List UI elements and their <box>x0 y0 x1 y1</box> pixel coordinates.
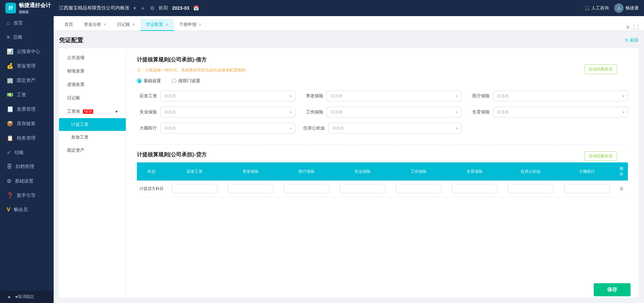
td-pension-input[interactable] <box>222 181 278 197</box>
sidebar-item-capital[interactable]: 💰 资金管理 <box>0 59 54 73</box>
maternity-select[interactable]: 请选择 ▾ <box>493 107 628 117</box>
tab-capital-analysis[interactable]: 资金分析 ✕ <box>78 19 112 31</box>
housing-fund-select[interactable]: 请选择 ▾ <box>328 123 462 134</box>
table-row: 计提贷方科目 🗑 <box>137 181 628 197</box>
sidebar-item-fixed-assets[interactable]: 🏢 固定资产 <box>0 73 54 88</box>
close-window-icon[interactable]: ✕ <box>626 24 630 31</box>
left-menu-sales-invoice[interactable]: 销项发票 <box>59 64 126 78</box>
debit-auto-match-button[interactable]: 自动匹配科目 <box>584 64 617 74</box>
housing-fund-select-placeholder: 请选择 <box>332 125 344 131</box>
td-large-medical-input[interactable] <box>559 181 615 197</box>
sidebar-item-settlement[interactable]: ✓ 结账 <box>0 145 54 160</box>
salary-label: 应发工资 <box>137 93 157 99</box>
tab-journal-close[interactable]: ✕ <box>132 22 135 27</box>
dropdown-icon[interactable]: ▾ <box>133 5 136 11</box>
tab-journal[interactable]: 日记账 ✕ <box>112 19 141 31</box>
housing-table-input[interactable] <box>508 184 553 193</box>
sidebar-item-ledger[interactable]: ≡ 总账 <box>0 30 54 44</box>
user-info[interactable]: 人 畅捷通 <box>614 3 639 13</box>
radio-basic[interactable]: 基础设置 <box>137 78 161 84</box>
sidebar-item-tax[interactable]: 📋 税务管理 <box>0 131 54 145</box>
sidebar-label-invoice-mgmt: 发票管理 <box>17 106 36 112</box>
tab-voucher-config[interactable]: 凭证配置 ✕ <box>141 19 174 31</box>
tab-capital-analysis-close[interactable]: ✕ <box>103 22 106 27</box>
left-menu-purchase-invoice[interactable]: 进项发票 <box>59 78 126 91</box>
save-button[interactable]: 保存 <box>594 283 631 296</box>
left-menu: 公共选项 销项发票 进项发票 日记账 工资表 NEW <box>59 48 126 298</box>
sidebar-item-home[interactable]: ⌂ 首页 <box>0 16 54 30</box>
credit-section-title: 计提核算规则(公司承担)-贷方 <box>137 151 628 158</box>
invoice-mgmt-icon: 🧾 <box>7 106 13 112</box>
topbar-center: 江西服宝精品有限责任公司内账张 ▾ ＋ ⚙ 账期 2023-03 📅 <box>59 4 585 12</box>
app-name: 畅捷通好会计 <box>19 2 51 8</box>
cancel-pin-button[interactable]: ◄ ◄取消固定 <box>0 291 54 303</box>
radio-group: 基础设置 按部门设置 <box>137 78 628 84</box>
left-menu-public[interactable]: 公共选项 <box>59 51 126 64</box>
form-item-large-medical: 大额医疗 请选择 ▾ <box>137 123 295 134</box>
sidebar-label-fixed-assets: 固定资产 <box>17 78 36 84</box>
left-menu-salary-accrual[interactable]: 计提工资 <box>59 118 126 131</box>
left-menu-salary-table[interactable]: 工资表 NEW ▾ <box>59 105 126 118</box>
td-maternity-input[interactable] <box>447 181 503 197</box>
sidebar-item-reports[interactable]: 📊 云报表中心 <box>0 44 54 59</box>
td-salary-input[interactable] <box>166 181 222 197</box>
large-medical-table-input[interactable] <box>564 184 610 193</box>
left-menu-salary-pay[interactable]: 发放工资 <box>59 131 126 144</box>
td-delete[interactable]: 🗑 <box>615 181 628 197</box>
maximize-window-icon[interactable]: ⛶ <box>633 24 639 31</box>
left-menu-journal[interactable]: 日记账 <box>59 91 126 105</box>
work-injury-select-placeholder: 请选择 <box>330 109 342 115</box>
radio-dept-circle <box>172 79 176 83</box>
pension-select-placeholder: 请选择 <box>330 93 342 99</box>
sidebar-item-invoice-mgmt[interactable]: 🧾 发票管理 <box>0 102 54 116</box>
sidebar-label-inventory: 库存核算 <box>17 121 36 127</box>
sidebar-item-guide[interactable]: ❓ 新手引导 <box>0 188 54 203</box>
td-housing-input[interactable] <box>503 181 559 197</box>
tab-tax-report[interactable]: 个税申报 ✕ <box>174 19 207 31</box>
sidebar-item-inventory[interactable]: 📦 库存核算 <box>0 116 54 131</box>
medical-select[interactable]: 请选择 ▾ <box>493 91 628 101</box>
salary-table-input[interactable] <box>172 184 217 193</box>
salary-select[interactable]: 请选择 ▾ <box>160 91 295 101</box>
refresh-icon: ↻ <box>625 38 629 43</box>
work-injury-label: 工伤保险 <box>303 109 323 115</box>
sidebar-item-salary[interactable]: 💵 工资 <box>0 88 54 102</box>
service-button[interactable]: 🎧 人工咨询 <box>585 5 609 11</box>
sidebar-label-reports: 云报表中心 <box>17 49 40 55</box>
td-unemployment-input[interactable] <box>334 181 390 197</box>
work-injury-select[interactable]: 请选择 ▾ <box>327 107 462 117</box>
td-medical-input[interactable] <box>278 181 334 197</box>
maternity-table-input[interactable] <box>452 184 497 193</box>
settings-icon[interactable]: ⚙ <box>150 5 155 11</box>
radio-dept[interactable]: 按部门设置 <box>172 78 200 84</box>
form-item-maternity: 生育保险 请选择 ▾ <box>470 107 628 117</box>
refresh-button[interactable]: ↻ 刷新 <box>625 37 639 43</box>
large-medical-label: 大额医疗 <box>137 125 157 131</box>
unemployment-select[interactable]: 请选择 ▾ <box>160 107 295 117</box>
tab-voucher-config-close[interactable]: ✕ <box>165 22 168 27</box>
pension-select[interactable]: 请选择 ▾ <box>327 91 462 101</box>
pension-table-input[interactable] <box>228 184 273 193</box>
work-injury-table-input[interactable] <box>396 184 441 193</box>
left-menu-fixed-assets[interactable]: 固定资产 <box>59 144 126 157</box>
th-housing-fund: 住房公积金 <box>503 162 559 181</box>
th-large-medical: 大额医疗 <box>559 162 615 181</box>
sidebar-item-settings[interactable]: ⚙ 基础设置 <box>0 174 54 188</box>
housing-fund-select-arrow: ▾ <box>456 127 458 130</box>
delete-row-icon[interactable]: 🗑 <box>619 186 624 191</box>
new-badge: NEW <box>83 109 93 114</box>
sidebar-item-member[interactable]: V 畅会员 <box>0 203 54 217</box>
td-work-injury-input[interactable] <box>391 181 447 197</box>
add-icon[interactable]: ＋ <box>140 4 146 12</box>
credit-auto-match-button[interactable]: 自动匹配科目 <box>584 151 617 161</box>
debit-section-title: 计提核算规则(公司承担)-借方 <box>137 56 628 63</box>
tab-home[interactable]: 首页 <box>59 19 78 31</box>
large-medical-select[interactable]: 请选择 ▾ <box>160 123 295 134</box>
sidebar-item-archive[interactable]: 🗄 归档管理 <box>0 160 54 174</box>
tab-tax-report-close[interactable]: ✕ <box>199 22 202 27</box>
calendar-icon[interactable]: 📅 <box>193 5 199 11</box>
save-area: 保存 <box>594 283 631 296</box>
medical-table-input[interactable] <box>284 184 329 193</box>
inventory-icon: 📦 <box>7 120 13 127</box>
unemployment-table-input[interactable] <box>340 184 385 193</box>
